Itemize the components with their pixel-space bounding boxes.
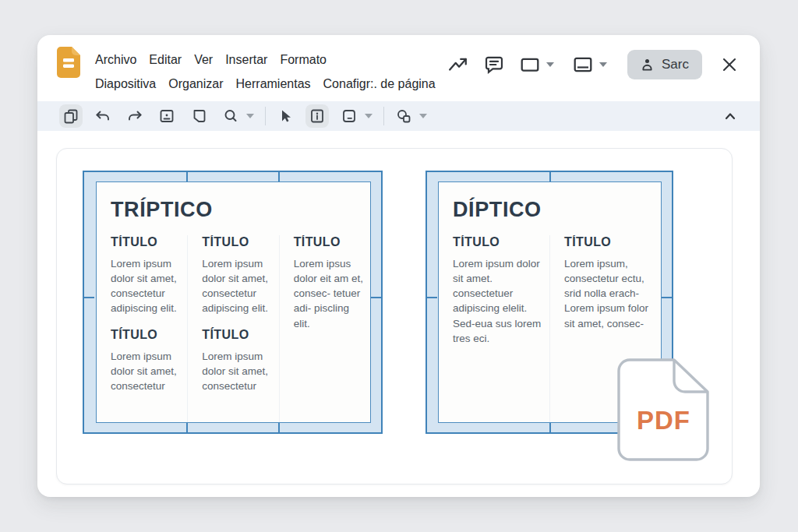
section-heading: TÍTULO	[111, 328, 181, 342]
fill-color-icon[interactable]	[219, 104, 242, 128]
present-icon	[570, 51, 596, 78]
section-heading: TÍTULO	[564, 235, 655, 249]
chevron-down-icon	[599, 62, 607, 67]
chevron-down-icon[interactable]	[365, 114, 373, 118]
shapes-icon[interactable]	[392, 104, 415, 128]
doc-title: DÍPTICO	[453, 198, 542, 222]
toolbar-divider	[265, 107, 266, 125]
selection-handle[interactable]	[427, 297, 437, 298]
selection-handle[interactable]	[662, 297, 672, 298]
paste-format-icon[interactable]	[187, 104, 210, 128]
section-heading: TÍTULO	[453, 235, 543, 249]
menu-organizar[interactable]: Organizar	[162, 77, 229, 91]
section-body: Lorem ipsum dolor sit amet, consectetur	[111, 349, 181, 393]
toolbar	[37, 101, 760, 131]
section-body: Lorem ipsus dolor eit am et, consec- tet…	[294, 256, 364, 331]
toolbar-divider	[383, 107, 384, 125]
select-cursor-icon[interactable]	[274, 104, 297, 128]
text-box-icon[interactable]	[305, 104, 329, 128]
app-window: Archivo Editar Ver Insertar Formato Diap…	[37, 35, 760, 497]
slide-canvas: TRÍPTICO TÍTULOLorem ipsum dolor sit ame…	[56, 148, 733, 484]
menu-row-2: Diapositiva Organizar Herramientas Conaf…	[95, 72, 442, 96]
selection-handle[interactable]	[84, 297, 94, 298]
triptico-selection-frame[interactable]: TRÍPTICO TÍTULOLorem ipsum dolor sit ame…	[83, 171, 383, 434]
menu-row-1: Archivo Editar Ver Insertar Formato	[95, 48, 442, 72]
new-slide-icon[interactable]	[155, 104, 178, 128]
collapse-toolbar-icon[interactable]	[722, 101, 738, 131]
frame-dropdown[interactable]	[517, 51, 554, 78]
placeholder-icon[interactable]	[337, 104, 361, 128]
doc-column: TÍTULOLorem ipsum dolor sit amet. consec…	[439, 235, 550, 422]
pdf-file-badge[interactable]: PDF	[617, 358, 710, 462]
chevron-down-icon	[546, 62, 554, 67]
comment-icon[interactable]	[481, 51, 507, 78]
section-heading: TÍTULO	[202, 235, 272, 249]
doc-title: TRÍPTICO	[111, 198, 213, 222]
menu-herramientas[interactable]: Herramientas	[230, 77, 317, 91]
section-body: Lorem ipsum dolor sit amet, consectetur	[202, 349, 272, 393]
selection-handle[interactable]	[371, 297, 381, 298]
section-heading: TÍTULO	[294, 235, 364, 249]
menu-diapositiva[interactable]: Diapositiva	[95, 77, 162, 91]
person-icon	[641, 58, 654, 72]
fold-guide	[549, 421, 551, 432]
chevron-down-icon[interactable]	[246, 114, 254, 118]
fold-guide	[186, 421, 188, 432]
duplicate-slide-icon[interactable]	[59, 104, 83, 128]
frame-icon	[517, 51, 543, 78]
section-body: Lorem ipsum dolor sit amet. consectetuer…	[453, 256, 543, 346]
fold-guide	[186, 172, 188, 181]
undo-icon[interactable]	[91, 104, 115, 128]
share-button-label: Sarc	[662, 57, 689, 72]
menu-bar: Archivo Editar Ver Insertar Formato Diap…	[95, 48, 442, 96]
redo-icon[interactable]	[123, 104, 147, 128]
menu-configuracion-pagina[interactable]: Conafigr:. de página	[317, 77, 442, 91]
doc-column: TÍTULOLorem ipsum dolor sit amet, consec…	[188, 235, 279, 422]
chevron-down-icon[interactable]	[419, 114, 427, 118]
section-heading: TÍTULO	[111, 235, 181, 249]
section-body: Lorem ipsum dolor sit amet, consectetur …	[202, 256, 272, 316]
menu-formato[interactable]: Formato	[274, 53, 333, 67]
triptico-document[interactable]: TRÍPTICO TÍTULOLorem ipsum dolor sit ame…	[96, 181, 371, 423]
doc-column: TÍTULOLorem ipsum dolor sit amet, consec…	[97, 235, 188, 422]
activity-trend-icon[interactable]	[445, 51, 471, 78]
slides-app-icon[interactable]	[56, 46, 81, 79]
section-heading: TÍTULO	[202, 328, 272, 342]
menu-insertar[interactable]: Insertar	[219, 53, 274, 67]
section-body: Lorem ipsum dolor sit amet, consectetur …	[111, 256, 181, 316]
doc-column: TÍTULOLorem ipsus dolor eit am et, conse…	[280, 235, 370, 422]
section-body: Lorem ipsum, consectetur ectu, srid noll…	[564, 256, 655, 331]
menu-archivo[interactable]: Archivo	[95, 53, 143, 67]
menu-ver[interactable]: Ver	[188, 53, 219, 67]
share-button[interactable]: Sarc	[627, 50, 702, 79]
fold-guide	[549, 172, 551, 181]
close-icon[interactable]	[716, 51, 743, 78]
present-dropdown[interactable]	[570, 51, 607, 78]
fold-guide	[278, 172, 280, 181]
menu-editar[interactable]: Editar	[143, 53, 188, 67]
fold-guide	[278, 421, 280, 432]
pdf-label: PDF	[617, 406, 710, 435]
header-actions: Sarc	[445, 48, 743, 82]
